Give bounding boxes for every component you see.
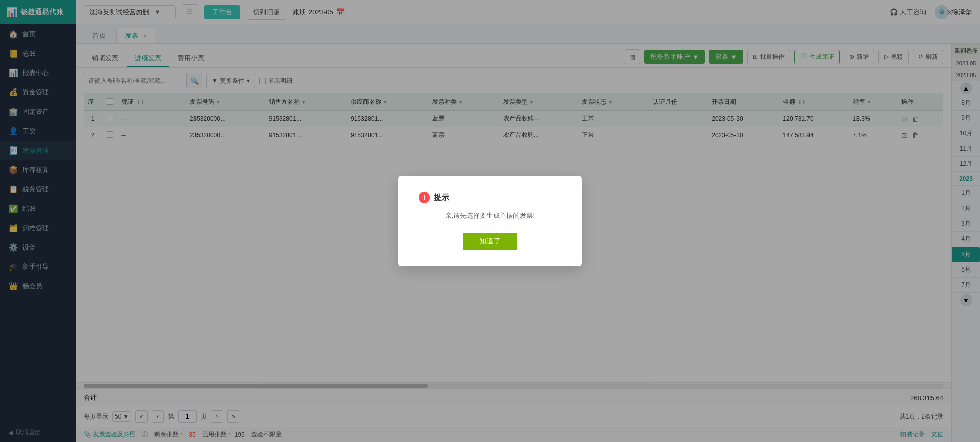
modal-ok-button[interactable]: 知道了 <box>463 233 517 250</box>
modal-dialog: ! 提示 亲,请先选择要生成单据的发票! 知道了 <box>398 176 582 266</box>
modal-title-row: ! 提示 <box>419 192 561 203</box>
close-window-button[interactable]: ✕ <box>942 5 957 19</box>
window-controls: ✕ ⤢ <box>942 5 975 19</box>
resize-window-button[interactable]: ⤢ <box>961 5 975 19</box>
modal-message: 亲,请先选择要生成单据的发票! <box>419 211 561 220</box>
warning-icon: ! <box>419 192 430 203</box>
modal-overlay[interactable]: ! 提示 亲,请先选择要生成单据的发票! 知道了 <box>0 0 980 442</box>
modal-title: 提示 <box>434 193 449 203</box>
